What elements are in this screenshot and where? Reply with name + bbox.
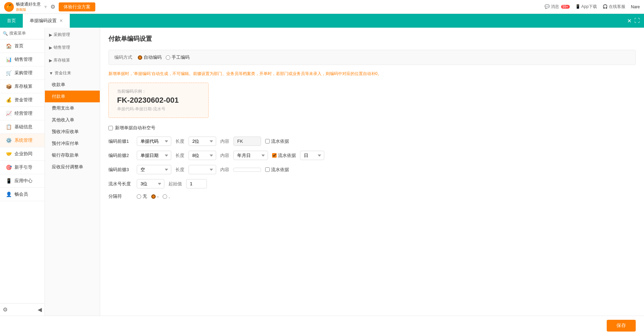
enterprise-icon: 🤝 xyxy=(6,151,12,157)
preview-label: 当前编码示例： xyxy=(117,89,200,94)
chevron-down-icon: ▼ xyxy=(49,71,53,76)
sidebar-settings-icon[interactable]: ⚙ xyxy=(3,306,8,313)
prefix3-length-select[interactable] xyxy=(189,165,216,174)
prefix1-length-label: 长度 xyxy=(175,138,184,145)
username-display[interactable]: Nare xyxy=(631,4,640,9)
tab-encoding-close[interactable]: ✕ xyxy=(59,18,63,23)
prefix2-serial-unit-select[interactable]: 日 xyxy=(300,151,324,160)
basic-icon: 📋 xyxy=(6,124,12,130)
sidebar-item-inventory[interactable]: 📦 库存核算 xyxy=(0,80,45,93)
preview-card: 当前编码示例： FK-20230602-001 单据代码-单据日期-流水号 xyxy=(108,83,209,118)
radio-auto-encoding[interactable]: 自动编码 xyxy=(138,54,162,61)
separator-dot[interactable]: . xyxy=(163,194,170,199)
prefix1-serial-checkbox[interactable] xyxy=(265,139,270,143)
member-icon: 👤 xyxy=(6,191,12,197)
sub-item-bank-deposit[interactable]: 银行存取款单 xyxy=(45,149,100,161)
auto-fill-label: 新增单据自动补空号 xyxy=(115,125,155,131)
settings-gear-icon[interactable]: ⚙ xyxy=(50,3,55,10)
app-logo: 🍊 畅捷通好生意 旗舰版 xyxy=(4,1,41,12)
auto-fill-checkbox-row: 新增单据自动补空号 xyxy=(108,125,636,131)
experience-btn[interactable]: 体验行业方案 xyxy=(59,2,95,11)
auto-fill-checkbox[interactable] xyxy=(108,126,113,130)
logo-icon: 🍊 xyxy=(4,2,14,12)
separator-dash[interactable]: - xyxy=(151,194,158,199)
nav-minimize-icon[interactable]: ✕ xyxy=(627,18,632,24)
sub-group-inventory: ▶ 库存核算 xyxy=(45,55,100,66)
prefix3-length-label: 长度 xyxy=(175,167,184,173)
sub-item-receipt[interactable]: 收款单 xyxy=(45,79,100,91)
sidebar-item-guide[interactable]: 🎯 新手引导 xyxy=(0,161,45,174)
serial-length-row: 流水号长度 3位 起始值 xyxy=(108,179,636,188)
tab-home[interactable]: 首页 xyxy=(0,14,23,28)
logo-text: 畅捷通好生意 旗舰版 xyxy=(16,1,41,12)
prefix1-serial-checkbox-wrapper[interactable]: 流水依据 xyxy=(265,138,289,145)
prefix2-serial-checkbox[interactable] xyxy=(272,153,277,158)
prefix3-content-value xyxy=(233,168,261,172)
sub-item-expense[interactable]: 费用支出单 xyxy=(45,102,100,114)
nav-tabs: 首页 单据编码设置 ✕ ✕ ⛶ xyxy=(0,14,644,28)
online-service[interactable]: 🎧 在线客服 xyxy=(603,4,625,10)
sub-item-other-income[interactable]: 其他收入单 xyxy=(45,114,100,126)
top-bar: 🍊 畅捷通好生意 旗舰版 ▾ ⚙ 体验行业方案 💬 消息 99+ 📱 App下载… xyxy=(0,0,644,14)
prefix2-content-select[interactable]: 年月日 xyxy=(233,151,268,160)
prefix2-length-label: 长度 xyxy=(175,152,184,159)
sub-item-receivable-adjust[interactable]: 应收应付调整单 xyxy=(45,161,100,173)
prefix3-serial-checkbox[interactable] xyxy=(265,167,270,172)
sub-item-prepaid-receivable[interactable]: 预收冲应收单 xyxy=(45,126,100,138)
prefix3-label: 编码前缀3 xyxy=(108,167,133,173)
sub-group-sales-header[interactable]: ▶ 销售管理 xyxy=(45,42,100,53)
sidebar-item-system[interactable]: ⚙️ 系统管理 xyxy=(0,134,45,147)
separator-options: 无 - . xyxy=(137,193,170,199)
sidebar-item-basic[interactable]: 📋 基础信息 xyxy=(0,120,45,134)
start-value-input[interactable] xyxy=(186,179,207,188)
preview-desc: 单据代码-单据日期-流水号 xyxy=(117,106,200,112)
sidebar-item-sales[interactable]: 📊 销售管理 xyxy=(0,53,45,66)
prefix1-content-value: FK xyxy=(233,137,261,146)
sub-group-sales: ▶ 销售管理 xyxy=(45,42,100,53)
sidebar-search[interactable]: 🔍 搜索菜单 xyxy=(0,28,45,39)
prefix3-select[interactable]: 空 xyxy=(137,165,171,174)
sub-group-purchase-header[interactable]: ▶ 采购管理 xyxy=(45,29,100,40)
serial-length-label: 流水号长度 xyxy=(108,181,133,187)
sub-group-inventory-header[interactable]: ▶ 库存核算 xyxy=(45,55,100,66)
sidebar-item-home[interactable]: 🏠 首页 xyxy=(0,39,45,53)
separator-none[interactable]: 无 xyxy=(137,193,147,199)
sidebar-footer: ⚙ ◀ xyxy=(0,303,45,316)
prefix3-serial-checkbox-wrapper[interactable]: 流水依据 xyxy=(265,167,289,173)
top-bar-left: 🍊 畅捷通好生意 旗舰版 ▾ ⚙ 体验行业方案 xyxy=(4,1,95,12)
serial-length-select[interactable]: 3位 xyxy=(137,179,164,188)
bottom-bar: 保存 xyxy=(0,316,644,335)
messages-icon-wrapper[interactable]: 💬 消息 99+ xyxy=(545,4,570,10)
system-icon: ⚙️ xyxy=(6,137,12,143)
sidebar-collapse-icon[interactable]: ◀ xyxy=(38,306,42,313)
prefix-row-3: 编码前缀3 空 长度 内容 流水依据 xyxy=(108,165,636,174)
app-download[interactable]: 📱 App下载 xyxy=(575,4,597,10)
sidebar-item-enterprise[interactable]: 🤝 企业协同 xyxy=(0,147,45,161)
sub-group-purchase: ▶ 采购管理 xyxy=(45,29,100,40)
prefix-row-1: 编码前缀1 单据代码 长度 2位 内容 FK 流水依据 xyxy=(108,137,636,146)
sub-item-payment[interactable]: 付款单 xyxy=(45,91,100,102)
sub-item-prepaid-payable[interactable]: 预付冲应付单 xyxy=(45,138,100,149)
sidebar-item-appcenter[interactable]: 📱 应用中心 xyxy=(0,174,45,188)
prefix2-serial-checkbox-wrapper[interactable]: 流水依据 xyxy=(272,152,296,159)
preview-code: FK-20230602-001 xyxy=(117,96,200,105)
prefix1-select[interactable]: 单据代码 xyxy=(137,137,171,146)
prefix1-label: 编码前缀1 xyxy=(108,138,133,145)
separator-label: 分隔符 xyxy=(108,193,133,199)
sidebar-item-member[interactable]: 👤 畅会员 xyxy=(0,188,45,201)
prefix1-content-label: 内容 xyxy=(220,138,229,145)
dropdown-arrow[interactable]: ▾ xyxy=(44,3,47,10)
tab-encoding[interactable]: 单据编码设置 ✕ xyxy=(23,14,70,28)
sidebar-item-operation[interactable]: 📈 经营管理 xyxy=(0,107,45,120)
prefix2-length-select[interactable]: 8位 xyxy=(189,151,216,160)
prefix1-length-select[interactable]: 2位 xyxy=(189,137,216,146)
save-button[interactable]: 保存 xyxy=(607,320,636,332)
radio-manual-encoding[interactable]: 手工编码 xyxy=(166,54,190,61)
sidebar-item-purchase[interactable]: 🛒 采购管理 xyxy=(0,66,45,80)
nav-maximize-icon[interactable]: ⛶ xyxy=(634,18,640,24)
sub-group-capital: ▼ 资金往来 收款单 付款单 费用支出单 其他收入单 预收冲应收单 预付冲应付单… xyxy=(45,67,100,173)
sub-group-capital-header[interactable]: ▼ 资金往来 xyxy=(45,67,100,79)
prefix2-select[interactable]: 单据日期 xyxy=(137,151,171,160)
sidebar-item-finance[interactable]: 💰 资金管理 xyxy=(0,93,45,107)
top-bar-right: 💬 消息 99+ 📱 App下载 🎧 在线客服 Nare xyxy=(545,4,640,10)
